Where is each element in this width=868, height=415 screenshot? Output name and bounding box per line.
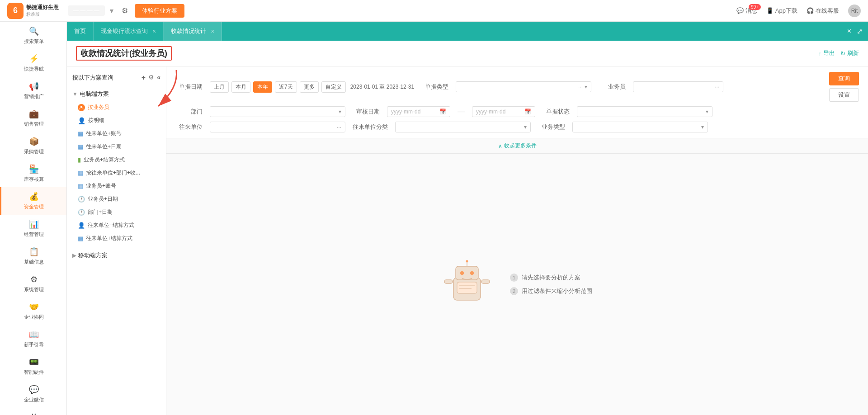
collapse-panel-btn[interactable]: « [157,74,160,82]
finance-icon: 💰 [29,192,39,202]
sidebar-item-quick-nav[interactable]: ⚡ 快捷导航 [0,49,66,77]
sidebar-item-basic-info[interactable]: 📋 基础信息 [0,242,66,270]
sidebar-item-member[interactable]: V 畅会员 [0,408,66,415]
search-icon: 🔍 [29,26,39,36]
left-panel-actions: + ⚙ « [142,74,160,82]
scheme-counterpart-payment2[interactable]: ▦ 往来单位+结算方式 [67,232,166,245]
mobile-section-header[interactable]: ▶ 移动端方案 [67,249,166,262]
calendar-to-icon[interactable]: 📅 [524,108,531,115]
sidebar-item-system[interactable]: ⚙ 系统管理 [0,270,66,297]
tab-bank-flow-close[interactable]: × [152,28,156,35]
doc-type-dropdown-icon: ▾ [585,84,587,90]
dept-label: 部门 [175,108,203,116]
salesperson-select[interactable]: ··· [633,81,723,92]
sidebar-item-operation[interactable]: 📊 经营管理 [0,215,66,242]
scheme-by-salesperson[interactable]: 按业务员 [67,101,166,114]
marketing-icon: 📢 [29,81,39,91]
counterpart-cat-label: 往来单位分类 [353,123,388,131]
sidebar-item-newbie[interactable]: 📖 新手引导 [0,325,66,353]
tab-collection-stat-close[interactable]: × [211,28,214,35]
query-btn[interactable]: 查询 [829,72,859,85]
sidebar-item-wechat[interactable]: 💬 企业微信 [0,380,66,408]
salesperson-more-icon: ··· [715,84,719,90]
refresh-btn[interactable]: ↻ 刷新 [840,49,859,57]
scheme-dept-date[interactable]: 🕐 部门+日期 [67,206,166,219]
refresh-icon: ↻ [840,50,845,57]
doc-status-select[interactable]: ▾ [577,106,712,117]
message-btn[interactable]: 💬 消息 99+ [736,7,757,15]
counterpart-cat-select[interactable]: ▾ [395,122,531,132]
scheme-salesperson-date[interactable]: 🕐 业务员+日期 [67,193,166,206]
biz-type-dropdown-icon: ▾ [701,124,704,130]
scheme-icon-salesperson [78,104,85,111]
dept-dropdown-icon: ▾ [339,108,341,115]
tab-maximize-icon[interactable]: ⤢ [857,27,863,36]
app-download-btn[interactable]: 📱 App下载 [766,7,797,15]
sidebar-item-search[interactable]: 🔍 搜索菜单 [0,22,66,49]
tab-bank-flow[interactable]: 现金银行流水查询 × [94,22,164,41]
desktop-section-header[interactable]: ▼ 电脑端方案 [67,87,166,101]
doc-status-dropdown-icon: ▾ [706,108,708,115]
collapse-bar[interactable]: ∧ 收起更多条件 [166,138,868,154]
trial-btn[interactable]: 体验行业方案 [135,4,184,18]
add-scheme-btn[interactable]: + [142,74,146,82]
audit-date-from-input[interactable]: yyyy-mm-dd 📅 [387,106,450,117]
scheme-counterpart-payment1[interactable]: 👤 往来单位+结算方式 [67,219,166,232]
scheme-by-detail[interactable]: 👤 按明细 [67,114,166,127]
dept-select[interactable]: ▾ [210,106,345,117]
scheme-salesperson-account[interactable]: ▦ 业务员+账号 [67,179,166,193]
quick-nav-icon: ⚡ [29,54,39,64]
scheme-counterpart-dept[interactable]: ▦ 按往来单位+部门+收... [67,166,166,179]
date-more-btn[interactable]: 更多 [300,81,319,93]
scheme-salesperson-payment[interactable]: ▮ 业务员+结算方式 [67,153,166,166]
tab-close-all-icon[interactable]: × [847,27,851,35]
date-this-year-btn[interactable]: 本年 [253,81,272,93]
sidebar: 🔍 搜索菜单 ⚡ 快捷导航 📢 营销推广 💼 销售管理 📦 采购管理 🏪 库存核… [0,22,67,415]
doc-type-select[interactable]: ··· ▾ [456,81,591,92]
sidebar-item-purchase[interactable]: 📦 采购管理 [0,132,66,160]
nav-selector[interactable]: — — — — [68,5,105,16]
member-icon: V [32,412,36,415]
desktop-arrow-icon: ▼ [72,91,78,97]
tab-home[interactable]: 首页 [67,22,94,41]
empty-step-2: 2 用过滤条件来缩小分析范围 [510,287,592,295]
counterpart-payment1-icon: 👤 [78,222,85,229]
sidebar-item-marketing[interactable]: 📢 营销推广 [0,77,66,104]
sidebar-item-enterprise[interactable]: 🤝 企业协同 [0,297,66,325]
scheme-settings-btn[interactable]: ⚙ [148,74,154,82]
filter-row-2: 部门 ▾ 审核日期 yyyy-mm-dd 📅 — yyyy-mm-dd [175,106,859,117]
calendar-from-icon[interactable]: 📅 [439,108,446,115]
audit-date-to-input[interactable]: yyyy-mm-dd 📅 [472,106,535,117]
settings-icon[interactable]: ⚙ [118,5,131,17]
wechat-icon: 💬 [29,385,39,395]
tab-collection-stat[interactable]: 收款情况统计 × [164,22,222,41]
export-btn[interactable]: ↑ 导出 [819,49,835,57]
topbar: 6 畅捷通好生意 标准版 — — — — ▼ ⚙ 体验行业方案 💬 消息 99+… [0,0,868,22]
sidebar-item-sales[interactable]: 💼 销售管理 [0,104,66,132]
date-7days-btn[interactable]: 近7天 [275,81,297,93]
audit-date-label: 审核日期 [353,108,380,116]
user-avatar[interactable]: Rit [848,5,861,17]
scheme-counterpart-account[interactable]: ▦ 往来单位+账号 [67,127,166,140]
date-last-month-btn[interactable]: 上月 [210,81,229,93]
scheme-counterpart-date[interactable]: ▦ 往来单位+日期 [67,140,166,153]
nav-dropdown-icon[interactable]: ▼ [108,7,115,14]
topbar-right: 💬 消息 99+ 📱 App下载 🎧 在线客服 Rit [736,5,861,17]
biz-type-select[interactable]: ▾ [572,122,708,132]
counterpart-account-icon: ▦ [78,130,83,137]
left-panel-header: 按以下方案查询 + ⚙ « [67,70,166,85]
newbie-icon: 📖 [29,330,39,340]
topbar-left: 6 畅捷通好生意 标准版 — — — — ▼ ⚙ 体验行业方案 [7,3,184,19]
counterpart-select[interactable]: ··· [210,122,345,132]
basic-info-icon: 📋 [29,247,39,257]
date-this-month-btn[interactable]: 本月 [231,81,250,93]
svg-point-0 [80,106,82,108]
sidebar-item-finance[interactable]: 💰 资金管理 [0,187,66,215]
setting-btn[interactable]: 设置 [829,88,859,102]
doc-type-more-icon: ··· [578,84,583,90]
sidebar-item-smart-hardware[interactable]: 📟 智能硬件 [0,353,66,380]
online-service-btn[interactable]: 🎧 在线客服 [807,7,839,15]
date-custom-btn[interactable]: 自定义 [321,81,346,93]
sidebar-item-inventory[interactable]: 🏪 库存核算 [0,160,66,187]
svg-rect-6 [481,280,490,283]
